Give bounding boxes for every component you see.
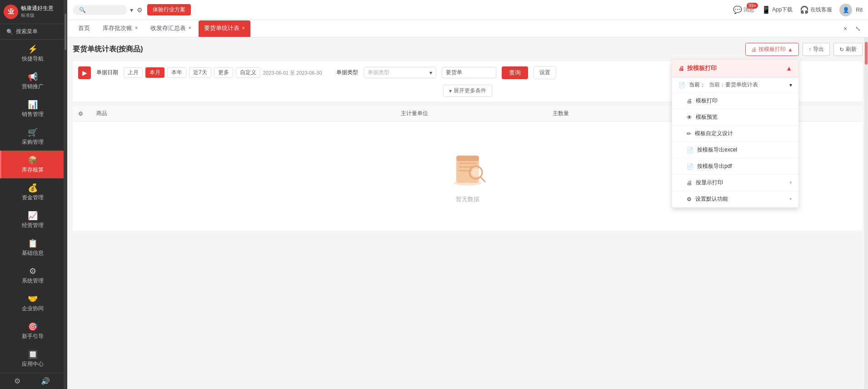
dropdown-item-template-print[interactable]: 🖨 模板打印 <box>672 93 798 109</box>
sidebar-item-guide[interactable]: 🎯 新手引导 <box>0 317 64 345</box>
dropdown-item-template-pdf[interactable]: 📄 按模板导出pdf <box>672 158 798 175</box>
customer-service-item[interactable]: 🎧 在线客服 <box>800 5 832 14</box>
tabs-bar: 首页 库存批次账 × 收发存汇总表 × 要货单统计表 × × ⤡ <box>67 20 868 37</box>
template-pdf-icon: 📄 <box>687 163 693 170</box>
svg-point-7 <box>471 168 480 177</box>
scrollbar-track[interactable] <box>864 37 868 389</box>
sidebar-item-system[interactable]: ⚙ 系统管理 <box>0 262 64 289</box>
sidebar-item-label: 快捷导航 <box>22 55 44 63</box>
sidebar-item-label: 经营管理 <box>22 222 44 229</box>
tab-maximize-button[interactable]: ⤡ <box>853 24 863 33</box>
template-design-label: 模板自定义设计 <box>695 130 733 137</box>
sidebar-item-sales[interactable]: 📊 销售管理 <box>0 95 64 123</box>
global-search[interactable]: 🔍 <box>73 5 127 15</box>
template-print-label: 模板打印 <box>696 97 718 105</box>
svg-rect-2 <box>456 156 479 161</box>
tab-close-button[interactable]: × <box>841 24 850 33</box>
sidebar-item-marketing[interactable]: 📢 营销推广 <box>0 67 64 95</box>
sidebar-item-inventory[interactable]: 📦 库存核算 <box>0 151 64 178</box>
search-dropdown-icon[interactable]: ▾ <box>130 6 133 14</box>
print-button[interactable]: 🖨 按模板打印 ▲ <box>745 43 799 56</box>
sidebar-item-enterprise[interactable]: 🤝 企业协同 <box>0 289 64 317</box>
tab1-close[interactable]: × <box>135 25 138 30</box>
settings-icon[interactable]: ⚙ <box>14 377 20 385</box>
type-filter-select[interactable]: 单据类型 ▾ <box>364 67 436 78</box>
service-icon: 🎧 <box>800 5 809 14</box>
display-print-icon: 🖨 <box>687 180 692 186</box>
tab3-label: 要货单统计表 <box>204 24 239 32</box>
sidebar-search[interactable]: 🔍 搜索菜单 <box>0 24 64 40</box>
system-icon: ⚙ <box>29 266 36 276</box>
customer-service-label: 在线客服 <box>810 6 832 14</box>
sidebar: 业 畅康通好生意 标准版 🔍 搜索菜单 ⚡ 快捷导航 📢 营销推广 📊 销售管理 <box>0 0 67 389</box>
expand-filter-button[interactable]: ▾ 展开更多条件 <box>443 85 492 97</box>
template-pdf-label: 按模板导出pdf <box>697 162 732 170</box>
refresh-button[interactable]: ↻ 刷新 <box>833 43 863 56</box>
sidebar-item-finance[interactable]: 💰 资金管理 <box>0 178 64 206</box>
sidebar-item-label: 库存核算 <box>22 166 44 174</box>
dropdown-item-display-print[interactable]: 🖨 按显示打印 ▾ <box>672 175 798 191</box>
default-function-arrow: ▾ <box>789 196 792 202</box>
dropdown-item-template-excel[interactable]: 📄 按模板导出excel <box>672 142 798 158</box>
sidebar-item-basic[interactable]: 📋 基础信息 <box>0 234 64 262</box>
filter-toggle-btn[interactable]: ▶ <box>78 66 91 79</box>
basic-icon: 📋 <box>28 238 38 248</box>
template-design-icon: ✏ <box>687 131 691 137</box>
type-filter-label: 单据类型 <box>336 69 358 76</box>
topbar: 🔍 ▾ ⚙ 体验行业方案 💬 消息 99+ 📱 App下载 🎧 在线客服 👤 <box>67 0 868 20</box>
date-btn-current-month[interactable]: 本月 <box>145 67 165 78</box>
trial-button[interactable]: 体验行业方案 <box>147 4 191 15</box>
dropdown-item-default-function[interactable]: ⚙ 设置默认功能 ▾ <box>672 191 798 207</box>
dropdown-collapse-icon[interactable]: ▲ <box>786 65 792 72</box>
goods-filter-input[interactable]: 要货单 <box>442 67 496 78</box>
export-icon: ↑ <box>808 46 811 53</box>
sidebar-item-quick-nav[interactable]: ⚡ 快捷导航 <box>0 40 64 67</box>
app-download-item[interactable]: 📱 App下载 <box>762 5 793 14</box>
current-template-label: 📄 当前： 当前：要货单统计表 ▾ <box>672 77 798 93</box>
date-btn-prev-month[interactable]: 上月 <box>124 67 143 78</box>
user-name: Rit <box>856 7 863 13</box>
tab-inventory-batch[interactable]: 库存批次账 × <box>97 20 143 37</box>
date-btn-last7[interactable]: 近7天 <box>189 67 211 78</box>
search-icon: 🔍 <box>79 7 86 13</box>
marketing-icon: 📢 <box>28 72 38 82</box>
message-icon: 💬 <box>733 5 742 14</box>
date-filter-options: 上月 本月 本年 近7天 更多 自定义 2023-06-01 至 2023-06… <box>124 67 322 78</box>
sound-icon[interactable]: 🔊 <box>41 377 50 385</box>
main-area: 🔍 ▾ ⚙ 体验行业方案 💬 消息 99+ 📱 App下载 🎧 在线客服 👤 <box>67 0 868 389</box>
purchase-icon: 🛒 <box>28 127 38 137</box>
tab-stock-summary[interactable]: 收发存汇总表 × <box>145 20 197 37</box>
tab2-close[interactable]: × <box>189 25 191 30</box>
query-button[interactable]: 查询 <box>502 66 528 79</box>
tab3-close[interactable]: × <box>242 25 245 30</box>
default-function-label: 设置默认功能 <box>695 195 728 203</box>
display-print-arrow: ▾ <box>789 180 792 186</box>
page-header: 要货单统计表(按商品) 🖨 按模板打印 ▲ 🖨 按模板打印 <box>73 43 863 56</box>
tab-order-stats[interactable]: 要货单统计表 × <box>199 20 250 37</box>
expand-label: 展开更多条件 <box>454 87 486 95</box>
user-area[interactable]: 👤 Rit <box>839 4 863 16</box>
template-preview-icon: 👁 <box>687 114 692 121</box>
sidebar-item-operation[interactable]: 📈 经营管理 <box>0 206 64 234</box>
dropdown-item-template-design[interactable]: ✏ 模板自定义设计 <box>672 126 798 142</box>
date-filter-label: 单据日期 <box>96 69 118 76</box>
gear-icon[interactable]: ⚙ <box>137 6 143 14</box>
settings-button[interactable]: 设置 <box>534 66 556 79</box>
sidebar-item-label: 营销推广 <box>22 83 44 91</box>
tab-actions: × ⤡ <box>841 24 863 33</box>
messages-item[interactable]: 💬 消息 99+ <box>733 5 754 14</box>
sidebar-item-label: 销售管理 <box>22 111 44 118</box>
home-tab-label: 首页 <box>78 24 90 32</box>
sidebar-nav: ⚡ 快捷导航 📢 营销推广 📊 销售管理 🛒 采购管理 📦 库存核算 💰 <box>0 40 64 373</box>
export-button[interactable]: ↑ 导出 <box>803 43 830 56</box>
dropdown-item-template-preview[interactable]: 👁 模板预览 <box>672 109 798 126</box>
finance-icon: 💰 <box>28 183 38 193</box>
tab-home[interactable]: 首页 <box>73 20 95 37</box>
sidebar-item-appstore[interactable]: 🔲 应用中心 <box>0 345 64 373</box>
sidebar-item-purchase[interactable]: 🛒 采购管理 <box>0 123 64 151</box>
date-btn-custom[interactable]: 自定义 <box>236 67 260 78</box>
settings-icon[interactable]: ⚙ <box>78 111 83 117</box>
date-btn-more[interactable]: 更多 <box>214 67 233 78</box>
date-btn-current-year[interactable]: 本年 <box>167 67 186 78</box>
page-actions: 🖨 按模板打印 ▲ 🖨 按模板打印 ▲ <box>745 43 863 56</box>
